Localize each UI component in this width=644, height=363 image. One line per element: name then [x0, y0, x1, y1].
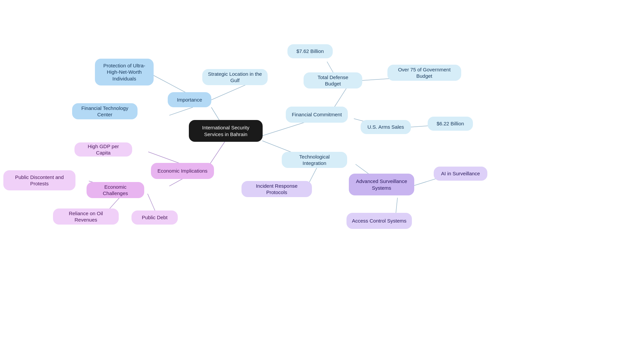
center-node: International Security Services in Bahra… [189, 120, 263, 142]
strategic-location-node: Strategic Location in the Gulf [202, 69, 268, 85]
high-gdp-node: High GDP per Capita [74, 142, 132, 157]
svg-line-20 [148, 194, 156, 213]
svg-line-14 [396, 198, 397, 214]
protection-node: Protection of Ultra-High-Net-Worth Indiv… [95, 59, 154, 85]
access-control-node: Access Control Systems [346, 213, 412, 229]
over75-node: Over 75 of Government Budget [387, 65, 461, 81]
six-billion-node: $6.22 Billion [428, 117, 473, 131]
seven-billion-node: $7.62 Billion [287, 44, 333, 58]
public-debt-node: Public Debt [131, 210, 178, 225]
svg-line-15 [208, 141, 225, 167]
economic-implications-node: Economic Implications [151, 163, 214, 179]
ai-surveillance-node: AI in Surveillance [434, 167, 487, 181]
advanced-surveillance-node: Advanced Surveillance Systems [349, 174, 414, 195]
fintech-node: Financial Technology Center [72, 103, 138, 119]
incident-node: Incident Response Protocols [241, 181, 312, 197]
reliance-oil-node: Reliance on Oil Revenues [53, 208, 119, 225]
financial-commitment-node: Financial Commitment [286, 107, 348, 123]
economic-challenges-node: Economic Challenges [87, 182, 144, 198]
tech-integration-node: Technological Integration [282, 152, 347, 168]
importance-node: Importance [168, 92, 211, 107]
total-defense-node: Total Defense Budget [304, 72, 362, 88]
svg-line-3 [169, 107, 193, 115]
public-discontent-node: Public Discontent and Protests [3, 170, 75, 190]
us-arms-node: U.S. Arms Sales [361, 120, 411, 134]
